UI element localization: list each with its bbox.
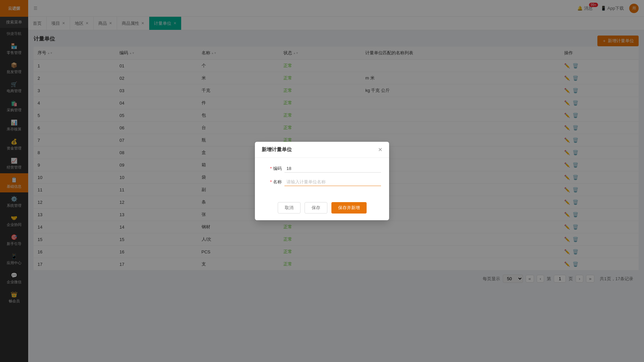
modal-body: 编码 名称	[255, 158, 389, 198]
code-label: 编码	[263, 166, 282, 172]
modal-footer: 取消 保存 保存并新增	[255, 198, 389, 220]
code-input[interactable]	[284, 165, 381, 173]
modal-header: 新增计量单位 ✕	[255, 142, 389, 158]
name-field-row: 名称	[263, 178, 381, 186]
save-button[interactable]: 保存	[305, 202, 327, 214]
code-field-row: 编码	[263, 165, 381, 173]
add-unit-modal: 新增计量单位 ✕ 编码 名称 取消 保存 保存并新增	[255, 142, 389, 220]
name-label: 名称	[263, 179, 282, 185]
modal-overlay[interactable]: 新增计量单位 ✕ 编码 名称 取消 保存 保存并新增	[0, 0, 644, 362]
modal-title: 新增计量单位	[262, 146, 292, 153]
save-and-new-button[interactable]: 保存并新增	[331, 202, 367, 214]
name-input[interactable]	[284, 178, 381, 186]
modal-close-button[interactable]: ✕	[378, 146, 382, 153]
cancel-button[interactable]: 取消	[278, 202, 301, 214]
